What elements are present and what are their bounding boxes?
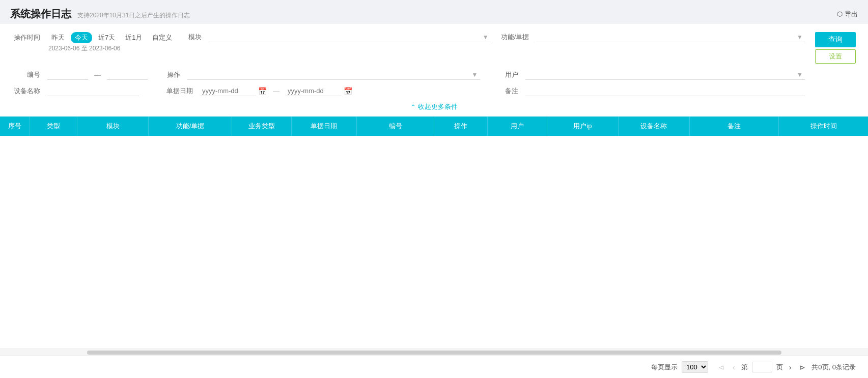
user-filter: 用户 ▼ <box>490 70 805 80</box>
date-from-input[interactable] <box>200 86 256 96</box>
code-dash: — <box>94 71 101 79</box>
total-info: 共0页, 0条记录 <box>811 363 856 372</box>
settings-button[interactable]: 设置 <box>815 49 856 64</box>
calendar-to-icon[interactable]: 📅 <box>344 87 352 95</box>
time-option-yesterday[interactable]: 昨天 <box>47 32 69 43</box>
col-user: 用户 <box>488 117 547 136</box>
collapse-button[interactable]: ⌃ 收起更多条件 <box>410 102 458 111</box>
code-to-input[interactable] <box>107 70 148 80</box>
prev-page-button[interactable]: ‹ <box>731 362 737 372</box>
module-input[interactable] <box>209 32 490 42</box>
page-subtitle: 支持2020年10月31日之后产生的操作日志 <box>77 11 190 20</box>
per-page-label: 每页显示 <box>651 363 678 372</box>
operation-label: 操作 <box>165 70 180 79</box>
filter-card: 操作时间 昨天 今天 近7天 近1月 自定义 2023-06-06 至 2023… <box>0 24 868 117</box>
next-page-button[interactable]: › <box>787 362 794 372</box>
pagination-bar: 每页显示 100 50 200 ⊲ ‹ 第 1 页 › ⊳ 共0页, 0条记录 <box>0 356 868 378</box>
function-input[interactable] <box>536 32 805 42</box>
col-module: 模块 <box>77 117 149 136</box>
col-type: 类型 <box>30 117 77 136</box>
function-label: 功能/单据 <box>501 33 529 42</box>
user-label: 用户 <box>490 70 518 79</box>
export-icon: ⬡ <box>837 10 843 18</box>
col-op-time: 操作时间 <box>779 117 868 136</box>
code-from-input[interactable] <box>47 70 88 80</box>
collapse-row: ⌃ 收起更多条件 <box>12 99 856 117</box>
time-filter: 操作时间 昨天 今天 近7天 近1月 自定义 2023-06-06 至 2023… <box>12 32 176 53</box>
time-option-7days[interactable]: 近7天 <box>94 32 119 43</box>
device-filter: 设备名称 <box>12 86 155 96</box>
time-option-1month[interactable]: 近1月 <box>121 32 146 43</box>
remark-filter: 备注 <box>490 86 805 96</box>
query-button[interactable]: 查询 <box>815 32 856 47</box>
remark-label: 备注 <box>490 86 518 96</box>
first-page-button[interactable]: ⊲ <box>716 362 726 372</box>
col-code: 编号 <box>357 117 434 136</box>
table-header-row: 序号 类型 模块 功能/单据 业务类型 单据日期 编号 操作 用户 用户ip 设… <box>0 117 868 136</box>
calendar-from-icon[interactable]: 📅 <box>258 87 267 95</box>
doc-date-filter: 单据日期 📅 — 📅 <box>165 86 480 96</box>
page-input[interactable]: 1 <box>752 362 772 372</box>
time-options: 昨天 今天 近7天 近1月 自定义 <box>47 32 176 43</box>
per-page-select[interactable]: 100 50 200 <box>682 361 708 373</box>
scrollbar-area[interactable] <box>0 348 868 356</box>
export-button[interactable]: ⬡ 导出 <box>837 10 858 19</box>
col-operation: 操作 <box>434 117 487 136</box>
date-picker-to: 📅 <box>286 86 352 96</box>
col-remark: 备注 <box>690 117 779 136</box>
page-unit: 页 <box>776 363 783 372</box>
operation-filter: 操作 ▼ <box>165 70 480 80</box>
function-filter: 功能/单据 ▼ <box>501 32 805 42</box>
table-wrapper: 序号 类型 模块 功能/单据 业务类型 单据日期 编号 操作 用户 用户ip 设… <box>0 117 868 348</box>
main-content: 序号 类型 模块 功能/单据 业务类型 单据日期 编号 操作 用户 用户ip 设… <box>0 117 868 378</box>
code-label: 编号 <box>12 70 40 79</box>
page-label: 第 <box>741 363 748 372</box>
date-picker-from: 📅 <box>200 86 267 96</box>
device-input[interactable] <box>47 86 139 96</box>
scrollbar-thumb[interactable] <box>87 351 781 355</box>
page-header: 系统操作日志 支持2020年10月31日之后产生的操作日志 ⬡ 导出 <box>0 0 868 24</box>
doc-date-label: 单据日期 <box>165 86 193 96</box>
remark-input[interactable] <box>525 86 805 96</box>
last-page-button[interactable]: ⊳ <box>797 362 807 372</box>
module-label: 模块 <box>186 33 202 42</box>
date-dash: — <box>273 88 279 95</box>
time-option-today[interactable]: 今天 <box>71 32 92 43</box>
collapse-icon: ⌃ <box>410 103 416 111</box>
code-filter: 编号 — <box>12 70 155 80</box>
page-title: 系统操作日志 <box>10 7 71 21</box>
time-label: 操作时间 <box>12 33 40 42</box>
col-function: 功能/单据 <box>149 117 232 136</box>
action-buttons: 查询 设置 <box>815 32 856 64</box>
module-filter: 模块 ▼ <box>186 32 490 42</box>
col-biz-type: 业务类型 <box>232 117 291 136</box>
header-left: 系统操作日志 支持2020年10月31日之后产生的操作日志 <box>10 7 190 21</box>
col-user-ip: 用户ip <box>547 117 618 136</box>
col-device: 设备名称 <box>618 117 689 136</box>
time-range: 2023-06-06 至 2023-06-06 <box>48 45 120 52</box>
device-label: 设备名称 <box>12 86 40 96</box>
operation-input[interactable] <box>187 70 480 80</box>
user-input[interactable] <box>525 70 805 80</box>
date-to-input[interactable] <box>286 86 342 96</box>
col-doc-date: 单据日期 <box>291 117 356 136</box>
collapse-label: 收起更多条件 <box>418 102 458 111</box>
data-table: 序号 类型 模块 功能/单据 业务类型 单据日期 编号 操作 用户 用户ip 设… <box>0 117 868 136</box>
col-seq: 序号 <box>0 117 30 136</box>
time-option-custom[interactable]: 自定义 <box>148 32 176 43</box>
